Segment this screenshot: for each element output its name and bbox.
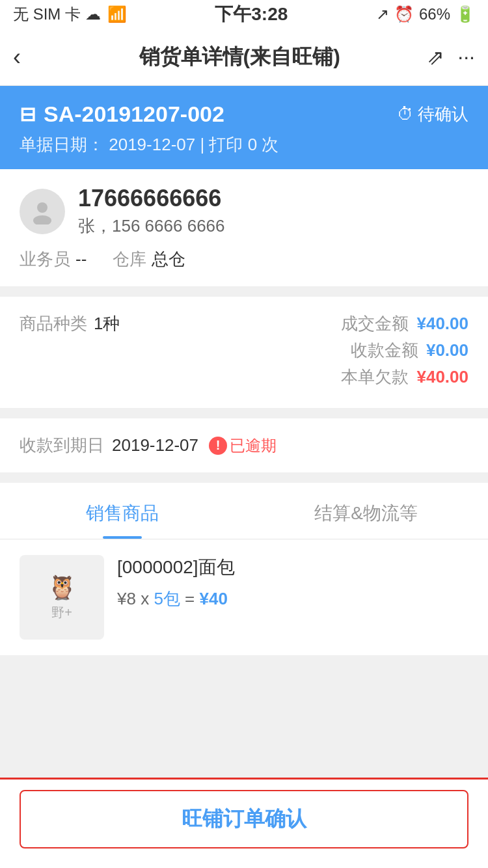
amount-label: 成交金额 [341, 312, 409, 335]
product-image: 🦉 野+ [20, 555, 104, 640]
equals: = [185, 589, 195, 608]
due-date-label: 收款到期日 [20, 434, 104, 457]
owed-value: ¥40.00 [416, 367, 468, 387]
status-bar: 无 SIM 卡 ☁ 📶 下午3:28 ↗ ⏰ 66% 🔋 [0, 0, 488, 29]
product-kind: 商品种类 1种 [20, 312, 120, 335]
product-info: [0000002]面包 ¥8 x 5包 = ¥40 [117, 555, 468, 610]
order-status: ⏱ 待确认 [397, 103, 468, 126]
overdue-icon: ! [209, 437, 227, 455]
warehouse-info: 仓库 总仓 [113, 248, 185, 271]
amount-value: ¥40.00 [416, 314, 468, 334]
warehouse-value: 总仓 [152, 248, 185, 271]
confirm-order-button[interactable]: 旺铺订单确认 [20, 790, 468, 848]
product-kind-label: 商品种类 [20, 312, 87, 335]
avatar [20, 189, 65, 234]
owed-label: 本单欠款 [341, 366, 409, 388]
order-number-value: SA-20191207-002 [44, 102, 224, 127]
customer-name: 张，156 6666 6666 [78, 215, 225, 237]
nav-bar: ‹ 销货单详情(来自旺铺) ⇗ ··· [0, 29, 488, 86]
location-icon: ↗ [376, 5, 389, 23]
quantity: 5包 [154, 589, 180, 608]
more-icon[interactable]: ··· [457, 45, 475, 69]
received-label: 收款金额 [351, 339, 418, 362]
product-price: ¥8 x 5包 = ¥40 [117, 588, 468, 610]
status-text: 待确认 [418, 103, 468, 126]
tab-products[interactable]: 销售商品 [0, 483, 244, 539]
summary-section: 商品种类 1种 成交金额 ¥40.00 收款金额 ¥0.00 本单欠款 ¥40.… [0, 297, 488, 408]
nav-actions: ⇗ ··· [427, 45, 475, 70]
alarm-icon: ⏰ [394, 5, 414, 23]
status-right: ↗ ⏰ 66% 🔋 [376, 5, 475, 23]
price-unit: ¥8 [117, 589, 136, 608]
product-name: [0000002]面包 [117, 555, 468, 580]
warehouse-label: 仓库 [113, 248, 146, 271]
tab-settlement[interactable]: 结算&物流等 [244, 483, 488, 539]
tabs-section: 销售商品 结算&物流等 [0, 483, 488, 539]
order-icon: ⊟ [20, 103, 36, 126]
product-kind-value: 1种 [94, 312, 120, 335]
overdue-badge: ! 已逾期 [209, 435, 277, 456]
svg-point-1 [33, 215, 51, 224]
order-date: 单据日期： 2019-12-07 | 打印 0 次 [20, 133, 468, 156]
bottom-bar: 旺铺订单确认 [0, 778, 488, 868]
battery-icon: 🔋 [455, 5, 475, 23]
received-value: ¥0.00 [426, 340, 468, 360]
order-number: ⊟ SA-20191207-002 [20, 102, 224, 127]
amount-summary: 成交金额 ¥40.00 收款金额 ¥0.00 本单欠款 ¥40.00 [341, 312, 468, 392]
sim-status: 无 SIM 卡 ☁ [13, 4, 101, 25]
share-icon[interactable]: ⇗ [427, 45, 444, 70]
salesperson-label: 业务员 [20, 248, 70, 271]
wifi-icon: 📶 [107, 5, 127, 23]
due-date-section: 收款到期日 2019-12-07 ! 已逾期 [0, 418, 488, 472]
page-title: 销货单详情(来自旺铺) [139, 43, 340, 72]
header-card: ⊟ SA-20191207-002 ⏱ 待确认 单据日期： 2019-12-07… [0, 86, 488, 169]
overdue-text: 已逾期 [230, 435, 277, 456]
due-date-value: 2019-12-07 [112, 435, 198, 455]
product-section: 🦉 野+ [0000002]面包 ¥8 x 5包 = ¥40 [0, 539, 488, 655]
status-clock-icon: ⏱ [397, 104, 414, 124]
customer-section: 17666666666 张，156 6666 6666 业务员 -- 仓库 总仓 [0, 169, 488, 286]
bottom-spacer [0, 655, 488, 759]
status-time: 下午3:28 [215, 2, 288, 27]
svg-point-0 [37, 202, 47, 213]
multiply-x: x [141, 589, 149, 608]
status-left: 无 SIM 卡 ☁ 📶 [13, 4, 127, 25]
back-button[interactable]: ‹ [13, 44, 52, 71]
salesperson-value: -- [75, 249, 87, 269]
salesperson-info: 业务员 -- [20, 248, 87, 271]
customer-phone: 17666666666 [78, 185, 225, 212]
product-logo: 野+ [47, 604, 77, 621]
total-price: ¥40 [200, 589, 228, 608]
battery-status: 66% [419, 5, 450, 23]
